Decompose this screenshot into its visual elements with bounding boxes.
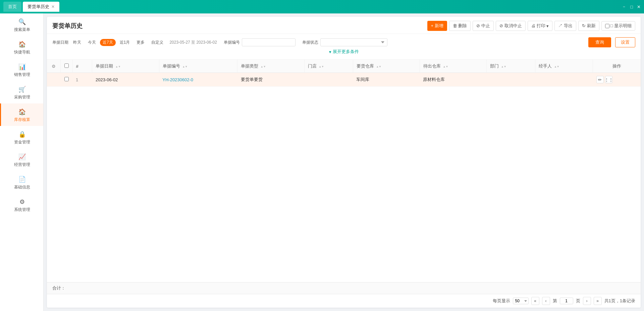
doc-number-filter: 单据编号 (224, 38, 296, 46)
doc-no-link[interactable]: YH-20230602-0 (162, 77, 193, 82)
expand-more-button[interactable]: ▾ 展开更多条件 (52, 47, 635, 56)
table-header-store[interactable]: 门店 ▲▼ (304, 60, 353, 73)
new-button-label: + 新增 (431, 23, 443, 29)
sidebar-item-finance-label: 资金管理 (14, 139, 30, 145)
select-all-checkbox[interactable] (64, 63, 69, 68)
table-header-doc-type[interactable]: 单据类型 ▲▼ (237, 60, 304, 73)
edit-icon: ✏ (598, 77, 602, 82)
suspend-button[interactable]: ⊘ 中止 (473, 21, 494, 31)
table-header-department[interactable]: 部门 ▲▼ (487, 60, 535, 73)
page-number-input[interactable] (560, 298, 573, 304)
row-store-cell (304, 73, 353, 87)
sidebar-item-operations[interactable]: 📈 经营管理 (0, 148, 43, 171)
purchase-icon: 🛒 (18, 86, 26, 93)
maximize-icon[interactable]: □ (630, 4, 633, 9)
sidebar-item-sales[interactable]: 📊 销售管理 (0, 58, 43, 81)
last-page-button[interactable]: » (594, 297, 602, 305)
date-opt-more[interactable]: 更多 (134, 39, 147, 46)
action-buttons: ✏ ⋮⋮ (596, 76, 637, 83)
sidebar-item-purchase[interactable]: 🛒 采购管理 (0, 81, 43, 103)
sidebar-item-finance[interactable]: 🔒 资金管理 (0, 126, 43, 148)
system-icon: ⚙ (19, 198, 25, 206)
sidebar-item-system[interactable]: ⚙ 系统管理 (0, 193, 43, 216)
display-cell-checkbox[interactable] (605, 24, 609, 28)
date-opt-custom[interactable]: 自定义 (149, 39, 166, 46)
row-delete-button[interactable]: ⋮⋮ (605, 76, 612, 83)
minimize-icon[interactable]: － (622, 4, 626, 10)
row-action-cell: ✏ ⋮⋮ (593, 73, 641, 87)
prev-page-button[interactable]: ‹ (542, 297, 550, 305)
sidebar: 🔍 搜索菜单 🏠 快捷导航 📊 销售管理 🛒 采购管理 🏠 库存核算 🔒 资金管… (0, 13, 44, 311)
row-handler-cell (535, 73, 593, 87)
row-doc-type-cell: 要货单要货 (237, 73, 304, 87)
per-page-select[interactable]: 50 10 20 100 (513, 298, 529, 304)
sort-arrows-doc-no: ▲▼ (182, 65, 187, 68)
filter-action-buttons: 查询 设置 (588, 37, 635, 47)
first-page-button[interactable]: « (531, 297, 539, 305)
cancel-suspend-button[interactable]: ⊘ 取消中止 (496, 21, 526, 31)
next-page-button[interactable]: › (583, 297, 591, 305)
basic-info-icon: 📄 (18, 176, 26, 183)
sidebar-item-search-menu[interactable]: 🔍 搜索菜单 (0, 13, 43, 36)
sidebar-item-purchase-label: 采购管理 (14, 94, 30, 100)
operations-icon: 📈 (18, 153, 26, 161)
export-button[interactable]: ↗ 导出 (554, 21, 576, 31)
filter-area: 单据日期 昨天 今天 近7天 近1月 更多 自定义 2023-05-27 至 2… (47, 34, 641, 60)
table-footer: 合计： (47, 282, 641, 294)
print-dropdown-icon: ▾ (546, 24, 549, 29)
per-page-label: 每页显示 (493, 298, 510, 304)
pagination-summary: 共1页，1条记录 (604, 298, 635, 304)
tab-home[interactable]: 首页 (3, 2, 21, 12)
date-filter-label: 单据日期 (52, 40, 68, 45)
content-area: 要货单历史 + 新增 🗑 删除 ⊘ 中止 ⊘ 取消中止 🖨 (44, 13, 644, 311)
date-opt-yesterday[interactable]: 昨天 (70, 39, 84, 46)
inventory-icon: 🏠 (18, 108, 26, 116)
table-checkbox-header (60, 60, 72, 73)
date-range-display: 2023-05-27 至 2023-06-02 (169, 40, 217, 45)
sidebar-item-quick-nav[interactable]: 🏠 快捷导航 (0, 36, 43, 58)
sidebar-item-basic-info[interactable]: 📄 基础信息 (0, 171, 43, 193)
sidebar-item-inventory[interactable]: 🏠 库存核算 (0, 103, 43, 126)
close-icon[interactable]: ✕ (637, 4, 641, 9)
suspend-button-label: ⊘ 中止 (476, 23, 490, 29)
table-header-doc-no[interactable]: 单据编号 ▲▼ (159, 60, 237, 73)
table-settings-header[interactable]: ⚙ (47, 60, 60, 73)
table-row: 1 2023-06-02 YH-20230602-0 要货单要货 车间库 原材料… (47, 73, 641, 87)
sort-arrows-date: ▲▼ (115, 65, 121, 68)
table-header-req-warehouse[interactable]: 要货仓库 ▲▼ (353, 60, 420, 73)
filter-row: 单据日期 昨天 今天 近7天 近1月 更多 自定义 2023-05-27 至 2… (52, 37, 635, 47)
sort-arrows-req-warehouse: ▲▼ (376, 65, 381, 68)
row-doc-no-cell: YH-20230602-0 (159, 73, 237, 87)
table-header-handler[interactable]: 经手人 ▲▼ (535, 60, 593, 73)
display-cell-button[interactable]: □ 显示明细 (601, 21, 635, 31)
page-card: 要货单历史 + 新增 🗑 删除 ⊘ 中止 ⊘ 取消中止 🖨 (47, 17, 641, 308)
sort-arrows-store: ▲▼ (319, 65, 324, 68)
refresh-button[interactable]: ↻ 刷新 (578, 21, 599, 31)
tab-close-icon[interactable]: ✕ (51, 4, 55, 9)
print-button[interactable]: 🖨 打印 ▾ (528, 21, 553, 31)
row-checkbox[interactable] (64, 77, 69, 81)
tab-purchase-history[interactable]: 要货单历史 ✕ (23, 2, 59, 12)
doc-number-label: 单据编号 (224, 40, 240, 45)
date-opt-today[interactable]: 今天 (85, 39, 99, 46)
export-button-label: ↗ 导出 (558, 23, 573, 29)
date-opt-7days[interactable]: 近7天 (100, 39, 116, 46)
doc-status-filter: 单据状态 (302, 38, 387, 46)
doc-status-select[interactable] (320, 38, 387, 46)
window-controls: － □ ✕ (622, 4, 641, 10)
finance-icon: 🔒 (18, 131, 26, 138)
toolbar: + 新增 🗑 删除 ⊘ 中止 ⊘ 取消中止 🖨 打印 ▾ (427, 21, 635, 31)
doc-number-input[interactable] (242, 38, 296, 46)
row-edit-button[interactable]: ✏ (596, 76, 604, 83)
new-button[interactable]: + 新增 (427, 21, 447, 31)
date-filter: 单据日期 昨天 今天 近7天 近1月 更多 自定义 2023-05-27 至 2… (52, 39, 217, 46)
page-label: 页 (576, 298, 580, 304)
row-delete-icon: ⋮⋮ (604, 77, 613, 82)
table-header-pending-warehouse[interactable]: 待出仓库 ▲▼ (420, 60, 486, 73)
settings-button[interactable]: 设置 (615, 37, 635, 47)
date-options: 昨天 今天 近7天 近1月 更多 自定义 (70, 39, 166, 46)
delete-button[interactable]: 🗑 删除 (449, 21, 471, 31)
query-button[interactable]: 查询 (588, 37, 611, 47)
table-header-date[interactable]: 单据日期 ▲▼ (92, 60, 159, 73)
date-opt-1month[interactable]: 近1月 (117, 39, 133, 46)
